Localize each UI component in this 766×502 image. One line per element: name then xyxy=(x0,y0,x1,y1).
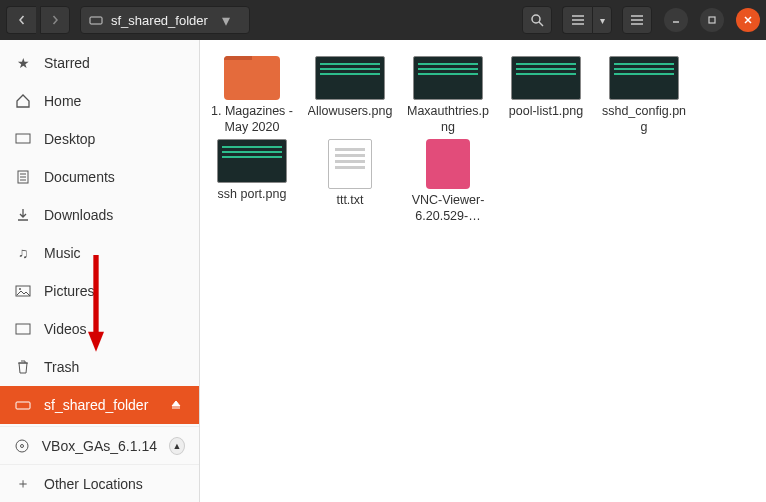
image-thumbnail xyxy=(315,56,385,100)
file-item-png[interactable]: Maxauthtries.png xyxy=(404,56,492,135)
file-name: VNC-Viewer-6.20.529-… xyxy=(404,193,492,224)
sidebar-item-label: VBox_GAs_6.1.14 xyxy=(42,438,157,454)
drive-icon xyxy=(14,399,32,411)
sidebar-item-label: Home xyxy=(44,93,81,109)
eject-icon xyxy=(171,400,181,410)
hamburger-icon xyxy=(630,14,644,26)
sidebar-item-label: Downloads xyxy=(44,207,113,223)
chevron-left-icon xyxy=(17,15,27,25)
chevron-down-icon: ▾ xyxy=(222,11,230,30)
home-icon xyxy=(14,94,32,108)
sidebar-item-documents[interactable]: Documents xyxy=(0,158,199,196)
sidebar-item-label: Starred xyxy=(44,55,90,71)
sidebar-item-label: Other Locations xyxy=(44,476,143,492)
svg-rect-3 xyxy=(16,134,30,143)
sidebar-item-label: Music xyxy=(44,245,81,261)
file-item-png[interactable]: pool-list1.png xyxy=(502,56,590,135)
picture-icon xyxy=(14,285,32,297)
view-mode-group: ▾ xyxy=(562,6,612,34)
svg-point-10 xyxy=(20,444,23,447)
svg-rect-0 xyxy=(90,17,102,24)
list-icon xyxy=(571,14,585,26)
file-item-png[interactable]: ssh port.png xyxy=(208,139,296,224)
chevron-right-icon xyxy=(50,15,60,25)
chevron-down-icon: ▾ xyxy=(600,15,605,26)
download-icon xyxy=(14,208,32,222)
file-name: Allowusers.png xyxy=(308,104,393,120)
svg-rect-7 xyxy=(16,324,30,334)
svg-point-6 xyxy=(19,288,21,290)
close-button[interactable] xyxy=(736,8,760,32)
sidebar-item-sf-shared-folder[interactable]: sf_shared_folder xyxy=(0,386,199,424)
menu-button[interactable] xyxy=(622,6,652,34)
sidebar-item-starred[interactable]: ★ Starred xyxy=(0,44,199,82)
eject-button[interactable]: ▲ xyxy=(169,437,185,455)
back-button[interactable] xyxy=(6,6,36,34)
sidebar-item-trash[interactable]: Trash xyxy=(0,348,199,386)
star-icon: ★ xyxy=(14,55,32,71)
image-thumbnail xyxy=(511,56,581,100)
music-icon: ♫ xyxy=(14,245,32,261)
sidebar-item-label: sf_shared_folder xyxy=(44,397,148,413)
drive-icon xyxy=(89,14,103,26)
sidebar-item-label: Desktop xyxy=(44,131,95,147)
disc-icon xyxy=(14,439,30,453)
minimize-button[interactable] xyxy=(664,8,688,32)
image-thumbnail xyxy=(609,56,679,100)
file-name: 1. Magazines - May 2020 xyxy=(208,104,296,135)
svg-rect-2 xyxy=(709,17,715,23)
list-view-button[interactable] xyxy=(562,6,592,34)
path-label: sf_shared_folder xyxy=(111,13,208,28)
sidebar: ★ Starred Home Desktop Documents Downloa… xyxy=(0,40,200,502)
file-item-png[interactable]: Allowusers.png xyxy=(306,56,394,135)
sidebar-item-other-locations[interactable]: ＋ Other Locations xyxy=(0,464,199,502)
file-name: ttt.txt xyxy=(336,193,363,209)
sidebar-item-desktop[interactable]: Desktop xyxy=(0,120,199,158)
file-name: sshd_config.png xyxy=(600,104,688,135)
maximize-button[interactable] xyxy=(700,8,724,32)
text-file-icon xyxy=(328,139,372,189)
maximize-icon xyxy=(707,15,717,25)
search-icon xyxy=(530,13,544,27)
folder-icon xyxy=(224,56,280,100)
file-item-txt[interactable]: ttt.txt xyxy=(306,139,394,224)
image-thumbnail xyxy=(413,56,483,100)
close-icon xyxy=(743,15,753,25)
file-view[interactable]: 1. Magazines - May 2020 Allowusers.png M… xyxy=(200,40,766,502)
plus-icon: ＋ xyxy=(14,475,32,493)
file-name: Maxauthtries.png xyxy=(404,104,492,135)
video-icon xyxy=(14,323,32,335)
sidebar-item-videos[interactable]: Videos xyxy=(0,310,199,348)
sidebar-item-label: Videos xyxy=(44,321,87,337)
file-item-png[interactable]: sshd_config.png xyxy=(600,56,688,135)
document-icon xyxy=(14,170,32,184)
file-item-folder[interactable]: 1. Magazines - May 2020 xyxy=(208,56,296,135)
forward-button[interactable] xyxy=(40,6,70,34)
svg-rect-8 xyxy=(16,402,30,409)
view-options-button[interactable]: ▾ xyxy=(592,6,612,34)
trash-icon xyxy=(14,360,32,374)
sidebar-item-pictures[interactable]: Pictures xyxy=(0,272,199,310)
sidebar-item-music[interactable]: ♫ Music xyxy=(0,234,199,272)
svg-point-1 xyxy=(532,15,540,23)
path-bar[interactable]: sf_shared_folder ▾ xyxy=(80,6,250,34)
file-item-deb[interactable]: VNC-Viewer-6.20.529-… xyxy=(404,139,492,224)
titlebar: sf_shared_folder ▾ ▾ xyxy=(0,0,766,40)
minimize-icon xyxy=(671,15,681,25)
eject-button[interactable] xyxy=(167,396,185,414)
search-button[interactable] xyxy=(522,6,552,34)
sidebar-item-label: Documents xyxy=(44,169,115,185)
sidebar-item-downloads[interactable]: Downloads xyxy=(0,196,199,234)
sidebar-item-home[interactable]: Home xyxy=(0,82,199,120)
desktop-icon xyxy=(14,133,32,145)
file-name: pool-list1.png xyxy=(509,104,583,120)
image-thumbnail xyxy=(217,139,287,183)
sidebar-item-vbox-gas[interactable]: VBox_GAs_6.1.14 ▲ xyxy=(0,426,199,464)
sidebar-item-label: Trash xyxy=(44,359,79,375)
file-name: ssh port.png xyxy=(218,187,287,203)
package-icon xyxy=(426,139,470,189)
svg-point-9 xyxy=(16,440,28,452)
sidebar-item-label: Pictures xyxy=(44,283,95,299)
